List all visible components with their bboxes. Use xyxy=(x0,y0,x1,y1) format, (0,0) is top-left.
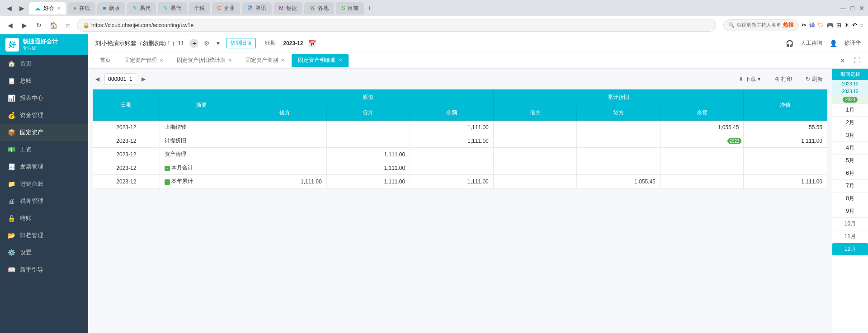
cell-orig-debit: 1,111.00 xyxy=(243,175,327,188)
close-icon[interactable]: ✕ xyxy=(57,6,61,11)
translate-icon[interactable]: 译 xyxy=(809,21,815,29)
month-8[interactable]: 8月 xyxy=(832,192,868,205)
nav-back[interactable]: ◀ xyxy=(5,20,15,31)
browser-tab-active[interactable]: ☁ 好会 ✕ xyxy=(29,2,66,14)
brightness-icon[interactable]: ☀ xyxy=(844,22,849,28)
page-tab-home[interactable]: 首页 xyxy=(94,54,117,67)
download-btn[interactable]: ⬇ 下载 ▾ xyxy=(734,74,765,85)
page-tab-fixed-mgmt[interactable]: 固定资产管理 ✕ xyxy=(118,54,170,67)
sidebar-item-fixed[interactable]: 📦 固定资产 xyxy=(0,124,88,141)
sidebar-item-tax[interactable]: 🖨 税务管理 xyxy=(0,192,88,210)
month-6[interactable]: 6月 xyxy=(832,167,868,180)
maximize-btn[interactable]: □ xyxy=(851,5,854,12)
browser-tab-8[interactable]: M 畅捷 xyxy=(274,2,302,14)
sidebar-item-salary[interactable]: 💵 工资 xyxy=(0,141,88,158)
sidebar-item-archive[interactable]: 📂 归档管理 xyxy=(0,227,88,244)
sidebar-item-close[interactable]: 🔒 结账 xyxy=(0,210,88,227)
browser-tab-6[interactable]: C 企业 xyxy=(212,2,241,14)
expand-icon[interactable]: ⛶ xyxy=(852,55,863,66)
month-3[interactable]: 3月 xyxy=(832,129,868,142)
next-page-btn[interactable]: ▶ xyxy=(139,75,148,84)
tab-label: 好会 xyxy=(43,5,54,12)
th-orig-balance: 余额 xyxy=(410,105,494,121)
sidebar-item-settings[interactable]: ⚙️ 设置 xyxy=(0,244,88,261)
print-icon: 🖨 xyxy=(774,76,779,82)
th-orig-debit: 借方 xyxy=(243,105,327,121)
game-icon[interactable]: 🎮 xyxy=(826,22,834,28)
settings-gear-icon[interactable]: ⚙ xyxy=(204,40,210,47)
browser-tab-5[interactable]: 个税 xyxy=(189,2,210,14)
browser-tab-7[interactable]: 腾 腾讯 xyxy=(242,2,272,14)
sidebar-item-reports[interactable]: 📊 报表中心 xyxy=(0,89,88,107)
tab-close-category[interactable]: ✕ xyxy=(281,58,284,63)
forward-btn[interactable]: ▶ xyxy=(16,3,27,14)
month-7[interactable]: 7月 xyxy=(832,180,868,192)
refresh-btn[interactable]: ↻ 刷新 xyxy=(801,74,827,85)
cell-accum-credit xyxy=(577,134,660,148)
extensions-area: ✂ 译 🛡 🎮 ⊞ ☀ ↶ ≡ xyxy=(802,21,863,29)
period-value: 2023-12 xyxy=(283,40,303,47)
shield-icon[interactable]: 🛡 xyxy=(818,22,824,28)
browser-tab-9[interactable]: 各 各地 xyxy=(304,2,334,14)
tax-icon: 🖨 xyxy=(7,197,15,205)
prev-page-btn[interactable]: ◀ xyxy=(93,75,102,84)
browser-tab-10[interactable]: S 目前 xyxy=(336,2,364,14)
close-window-btn[interactable]: ✕ xyxy=(859,5,864,12)
tab-close-detail[interactable]: ✕ xyxy=(339,58,342,63)
nav-forward[interactable]: ▶ xyxy=(19,20,30,31)
pagination: ◀ ▶ xyxy=(93,73,148,85)
switch-version-btn[interactable]: 切到旧版 xyxy=(226,38,256,48)
grid-icon[interactable]: ⊞ xyxy=(836,22,841,28)
url-bar[interactable]: 🔒 https://cloud.chanjet.com/accounting/u… xyxy=(77,19,716,32)
sidebar-item-guide[interactable]: 📖 新手引导 xyxy=(0,261,88,278)
sidebar-item-home[interactable]: 🏠 首页 xyxy=(0,55,88,72)
month-2[interactable]: 2月 xyxy=(832,117,868,129)
cell-orig-credit xyxy=(326,134,410,148)
browser-tab-4[interactable]: ✎ 易代 xyxy=(158,2,187,14)
th-date: 日期 xyxy=(93,90,160,121)
sidebar-item-funds[interactable]: 💰 资金管理 xyxy=(0,107,88,124)
undo-icon[interactable]: ↶ xyxy=(852,22,857,28)
sidebar-item-ledger[interactable]: 📋 总账 xyxy=(0,72,88,89)
close-panel-icon[interactable]: ✕ xyxy=(837,55,848,66)
ytd-icon: + xyxy=(165,179,170,185)
cell-accum-balance: 1,055.45 xyxy=(660,121,744,134)
print-btn[interactable]: 🖨 打印 xyxy=(769,74,797,85)
page-tab-category[interactable]: 固定资产类别 ✕ xyxy=(239,54,291,67)
scissors-icon[interactable]: ✂ xyxy=(802,22,807,28)
add-btn[interactable]: + xyxy=(189,39,198,48)
page-input[interactable] xyxy=(104,73,136,85)
tab-close-depreciation[interactable]: ✕ xyxy=(228,58,232,63)
browser-tab-2[interactable]: ■ 新版 xyxy=(97,2,125,14)
sidebar-item-invoice[interactable]: 🧾 发票管理 xyxy=(0,158,88,175)
tab-close-fixed-mgmt[interactable]: ✕ xyxy=(160,58,163,63)
nav-reload[interactable]: ↻ xyxy=(33,20,44,31)
cell-orig-balance: 1,111.00 xyxy=(410,134,494,148)
month-4[interactable]: 4月 xyxy=(832,142,868,155)
month-12[interactable]: 12月 xyxy=(832,243,868,256)
month-5[interactable]: 5月 xyxy=(832,155,868,167)
browser-tab-1[interactable]: ● 在线 xyxy=(68,2,95,14)
month-11[interactable]: 11月 xyxy=(832,230,868,243)
dropdown-arrow-icon[interactable]: ▼ xyxy=(215,40,221,47)
month-10[interactable]: 10月 xyxy=(832,218,868,230)
human-service-link[interactable]: 人工咨询 xyxy=(801,39,822,47)
toolbar-actions: ⬇ 下载 ▾ 🖨 打印 ↻ 刷新 xyxy=(734,74,827,85)
menu-icon[interactable]: ≡ xyxy=(860,22,863,28)
new-tab-btn[interactable]: + xyxy=(368,4,372,12)
app-logo: 好 xyxy=(5,38,19,52)
month-1[interactable]: 1月 xyxy=(832,104,868,117)
page-tab-depreciation[interactable]: 固定资产折旧统计表 ✕ xyxy=(170,54,238,67)
cell-accum-debit xyxy=(493,148,577,161)
web-search[interactable]: 🔍 央视更新主持人名单 热搜 xyxy=(723,19,799,31)
back-btn[interactable]: ◀ xyxy=(4,3,14,14)
page-tab-detail[interactable]: 固定资产明细账 ✕ xyxy=(292,54,349,67)
calendar-icon[interactable]: 📅 xyxy=(308,40,316,47)
month-9[interactable]: 9月 xyxy=(832,205,868,218)
sidebar-item-stock[interactable]: 📁 进销台账 xyxy=(0,175,88,192)
minimize-btn[interactable]: — xyxy=(840,5,846,12)
nav-bookmark[interactable]: ☆ xyxy=(62,20,73,31)
browser-tab-3[interactable]: ✎ 易代 xyxy=(127,2,156,14)
tab-actions-right: ✕ ⛶ xyxy=(837,55,863,66)
nav-home[interactable]: 🏠 xyxy=(48,20,59,31)
